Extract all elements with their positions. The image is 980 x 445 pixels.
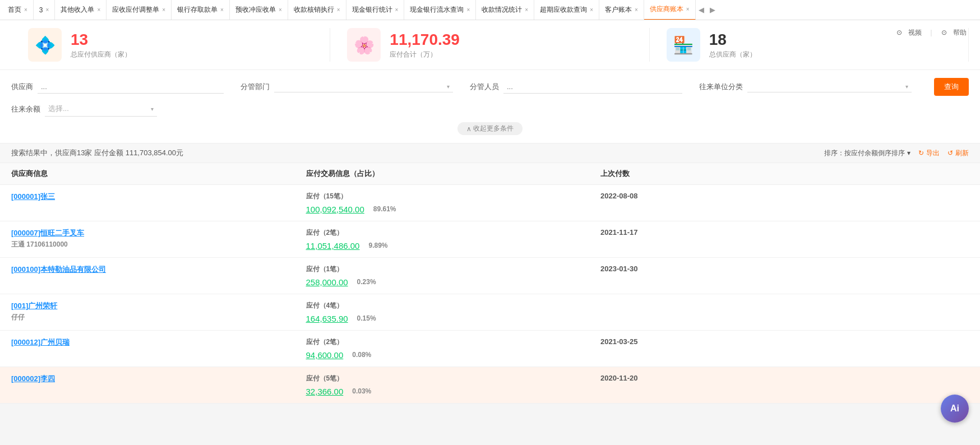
filter-supplier: 供应商: [11, 80, 224, 94]
video-icon: ⊙: [896, 29, 902, 36]
payable-total-value: 11,170.39: [390, 30, 460, 49]
export-button[interactable]: ↻ 导出: [918, 149, 940, 158]
chevron-down-icon: ▾: [905, 84, 908, 90]
nav-tab-t3[interactable]: 3 ×: [34, 0, 56, 20]
payable-info-cell: 应付（2笔） 94,600.00 0.08%: [306, 337, 601, 360]
payable-info-cell: 应付（2笔） 11,051,486.00 9.89%: [306, 228, 601, 251]
supplier-link[interactable]: [000007]恒旺二手叉车: [11, 228, 306, 238]
payable-info-cell: 应付（1笔） 258,000.00 0.23%: [306, 265, 601, 287]
close-icon[interactable]: ×: [525, 7, 528, 13]
payable-percent: 9.89%: [368, 242, 387, 249]
ai-button-area: Ai: [941, 395, 969, 404]
lastpay-cell: 2023-01-30: [600, 265, 821, 273]
lastpay-cell: 2020-11-20: [600, 374, 821, 382]
total-supplier-icon: 🏪: [667, 28, 700, 62]
supplier-link[interactable]: [000012]广州贝瑞: [11, 337, 306, 347]
close-icon[interactable]: ×: [590, 7, 593, 13]
table-row: [001]广州荣轩 仔仔 应付（4笔） 164,635.90 0.15%: [0, 294, 980, 331]
search-button[interactable]: 查询: [934, 78, 969, 96]
lastpay-cell: 2021-03-25: [600, 337, 821, 346]
help-links: ⊙ 视频 ｜ ⊙ 帮助: [894, 28, 969, 38]
nav-tab-advance-verify[interactable]: 预收冲应收单 ×: [230, 0, 288, 20]
close-icon[interactable]: ×: [279, 7, 282, 13]
supplier-filter-label: 供应商: [11, 82, 33, 92]
payable-percent: 0.23%: [357, 278, 376, 286]
close-icon[interactable]: ×: [337, 7, 340, 13]
close-icon[interactable]: ×: [46, 7, 49, 13]
payable-amount[interactable]: 258,000.00: [306, 277, 348, 287]
person-input[interactable]: [503, 80, 682, 94]
supplier-link[interactable]: [000100]本特勒油品有限公司: [11, 265, 306, 275]
close-icon[interactable]: ×: [635, 7, 638, 13]
nav-tab-bank-deposit[interactable]: 银行存取款单 ×: [172, 0, 230, 20]
close-icon[interactable]: ×: [466, 7, 470, 13]
payable-percent: 89.61%: [373, 205, 396, 213]
supplier-info-cell: [000100]本特勒油品有限公司: [11, 265, 306, 275]
result-actions: 排序：按应付余额倒序排序 ▾ ↻ 导出 ↺ 刷新: [824, 149, 969, 158]
payable-total-label: 应付合计（万）: [390, 50, 460, 59]
supplier-link[interactable]: [000002]李四: [11, 374, 306, 384]
category-select[interactable]: ▾: [747, 81, 912, 92]
supplier-link[interactable]: [001]广州荣轩: [11, 301, 306, 311]
total-supplier-count: 18: [709, 30, 756, 49]
payable-amount[interactable]: 94,600.00: [306, 350, 344, 360]
supplier-info-cell: [000002]李四: [11, 374, 306, 384]
help-icon: ⊙: [941, 29, 947, 36]
dept-select[interactable]: ▾: [274, 81, 453, 92]
supplier-info-cell: [001]广州荣轩 仔仔: [11, 301, 306, 322]
supplier-info-cell: [000001]张三: [11, 192, 306, 202]
sort-label: 排序：按应付余额倒序排序: [824, 149, 905, 158]
supplier-link[interactable]: [000001]张三: [11, 192, 306, 202]
filter-person: 分管人员: [470, 80, 682, 94]
filter-row-1: 供应商 分管部门 ▾ 分管人员 往来单位分类 ▾ 查询: [11, 78, 969, 96]
nav-tab-ap-adjust[interactable]: 应收应付调整单 ×: [107, 0, 172, 20]
nav-tab-supplier-account[interactable]: 供应商账本 ×: [644, 0, 696, 20]
balance-select[interactable]: 选择... ▾: [45, 101, 157, 117]
nav-tab-receipt-verify[interactable]: 收款核销执行 ×: [288, 0, 346, 20]
help-link[interactable]: 帮助: [953, 29, 967, 36]
video-link[interactable]: 视频: [908, 29, 922, 36]
lastpay-cell: 2021-11-17: [600, 228, 821, 237]
nav-tab-overdue-query[interactable]: 超期应收款查询 ×: [534, 0, 599, 20]
payable-supplier-count: 13: [71, 30, 131, 49]
supplier-input[interactable]: [38, 80, 224, 94]
close-icon[interactable]: ×: [24, 7, 27, 13]
close-icon[interactable]: ×: [97, 7, 100, 13]
payable-info-cell: 应付（4笔） 164,635.90 0.15%: [306, 301, 601, 323]
nav-left-arrow[interactable]: ◀: [696, 0, 707, 20]
refresh-button[interactable]: ↺ 刷新: [947, 149, 969, 158]
result-bar: 搜索结果中，供应商13家 应付金额 111,703,854.00元 排序：按应付…: [0, 143, 980, 163]
table-row: [000012]广州贝瑞 应付（2笔） 94,600.00 0.08% 2021…: [0, 331, 980, 367]
payable-amount[interactable]: 32,366.00: [306, 387, 344, 396]
supplier-info-cell: [000007]恒旺二手叉车 王通 17106110000: [11, 228, 306, 249]
nav-tab-cash-bank-stat[interactable]: 现金银行统计 ×: [346, 0, 405, 20]
col-header-payable: 应付交易信息（占比）: [306, 169, 601, 179]
nav-tab-home[interactable]: 首页 ×: [2, 0, 34, 20]
ai-button[interactable]: Ai: [941, 395, 969, 404]
sort-selector[interactable]: 排序：按应付余额倒序排序 ▾: [824, 149, 910, 158]
payable-percent: 0.03%: [352, 387, 371, 395]
balance-filter-label: 往来余额: [11, 104, 40, 114]
lastpay-cell: 2022-08-08: [600, 192, 821, 200]
payable-amount[interactable]: 11,051,486.00: [306, 241, 360, 251]
close-icon[interactable]: ×: [220, 7, 224, 13]
close-icon[interactable]: ×: [162, 7, 165, 13]
nav-tab-cash-bank-flow[interactable]: 现金银行流水查询 ×: [404, 0, 476, 20]
filter-balance: 往来余额 选择... ▾: [11, 101, 952, 117]
nav-right-arrow[interactable]: ▶: [707, 0, 718, 20]
filter-row-2: 往来余额 选择... ▾: [11, 101, 969, 117]
payable-supplier-label: 总应付供应商（家）: [71, 50, 131, 59]
nav-tab-customer-account[interactable]: 客户账本 ×: [599, 0, 644, 20]
chevron-down-icon: ▾: [447, 84, 450, 90]
table-row: [000002]李四 应付（5笔） 32,366.00 0.03% 2020-1…: [0, 367, 980, 404]
nav-tab-receipt-stat[interactable]: 收款情况统计 ×: [476, 0, 534, 20]
collapse-button[interactable]: ∧ 收起更多条件: [457, 122, 523, 135]
total-supplier-label: 总供应商（家）: [709, 50, 756, 59]
nav-tab-other-income[interactable]: 其他收入单 ×: [55, 0, 107, 20]
payable-percent: 0.08%: [352, 351, 371, 359]
close-icon[interactable]: ×: [686, 6, 690, 12]
payable-amount[interactable]: 100,092,540.00: [306, 205, 364, 214]
close-icon[interactable]: ×: [395, 7, 399, 13]
table-row: [000007]恒旺二手叉车 王通 17106110000 应付（2笔） 11,…: [0, 221, 980, 258]
payable-amount[interactable]: 164,635.90: [306, 314, 348, 323]
